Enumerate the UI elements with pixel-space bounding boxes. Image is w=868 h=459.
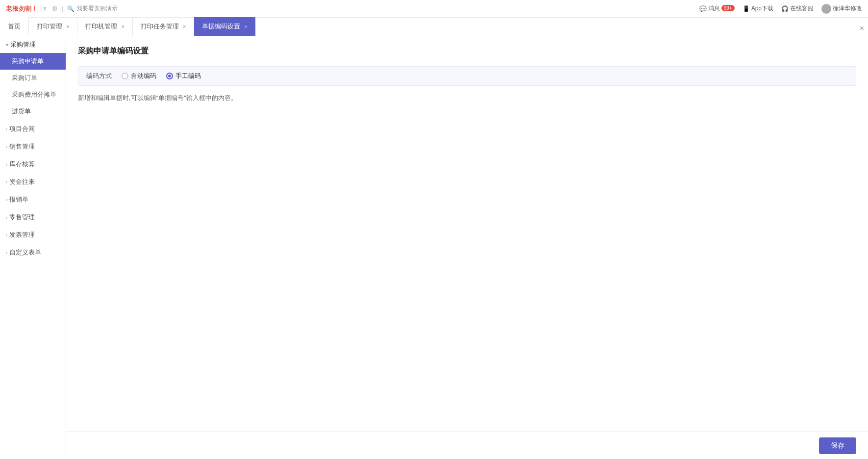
tab-print-task-mgmt[interactable]: 打印任务管理 × (133, 17, 194, 36)
manual-code-label: 手工编码 (175, 72, 201, 80)
tab-print-task-mgmt-label: 打印任务管理 (141, 22, 179, 31)
auto-code-option[interactable]: 自动编码 (122, 72, 156, 80)
sidebar-item-purchase-order-label: 采购订单 (12, 74, 37, 81)
tab-printer-mgmt[interactable]: 打印机管理 × (77, 17, 132, 36)
sidebar-group-project: › 项目合同 (0, 121, 66, 137)
tab-printer-mgmt-label: 打印机管理 (85, 22, 117, 31)
finance-collapse-icon: › (6, 179, 7, 185)
sidebar-group-invoice: › 发票管理 (0, 227, 66, 243)
tab-barcode-setting-label: 单据编码设置 (202, 22, 240, 31)
sidebar-group-reimbursement-label: 报销单 (9, 195, 28, 204)
tab-close-printer-mgmt[interactable]: × (121, 24, 124, 29)
reimbursement-collapse-icon: › (6, 197, 7, 203)
sidebar-item-purchase-request[interactable]: 采购申请单 (0, 53, 66, 70)
page-title: 采购申请单编码设置 (78, 46, 856, 56)
content-inner: 采购申请单编码设置 编码方式 自动编码 手工编码 新增和编辑单据时,可以编辑"单… (66, 36, 868, 432)
app-download-item[interactable]: 📱 App下载 (743, 4, 773, 13)
sidebar-group-retail: › 零售管理 (0, 209, 66, 226)
sidebar-item-purchase-request-label: 采购申请单 (12, 57, 44, 65)
sidebar-group-sales-header[interactable]: › 销售管理 (0, 138, 66, 155)
coding-method-label: 编码方式 (86, 72, 112, 80)
sidebar-item-purchase-receipt[interactable]: 进货单 (0, 103, 66, 120)
sidebar-group-sales-label: 销售管理 (9, 142, 35, 151)
search-icon: 🔍 (67, 5, 74, 12)
search-text: 我要看实例演示 (76, 4, 118, 13)
sidebar-group-project-label: 项目合同 (9, 125, 35, 133)
divider2: | (62, 5, 63, 12)
tab-print-mgmt-label: 打印管理 (37, 22, 62, 31)
phone-icon: 📱 (743, 5, 750, 12)
content-footer: 保存 (66, 432, 868, 459)
tab-print-mgmt[interactable]: 打印管理 × (29, 17, 77, 36)
sidebar-group-reimbursement-header[interactable]: › 报销单 (0, 191, 66, 208)
sidebar-item-purchase-order[interactable]: 采购订单 (0, 70, 66, 86)
sidebar-group-purchase: ▾ 采购管理 采购申请单 采购订单 采购费用分摊单 进货单 (0, 36, 66, 120)
message-label: 消息 (708, 4, 720, 13)
sidebar: ▾ 采购管理 采购申请单 采购订单 采购费用分摊单 进货单 › 项目合同 (0, 36, 66, 459)
sidebar-item-purchase-receipt-label: 进货单 (12, 107, 31, 115)
invoice-collapse-icon: › (6, 232, 7, 238)
tab-close-print-task-mgmt[interactable]: × (183, 24, 186, 29)
message-item[interactable]: 💬 消息 99+ (699, 4, 735, 13)
sidebar-group-sales: › 销售管理 (0, 138, 66, 155)
tab-bar: 首页 打印管理 × 打印机管理 × 打印任务管理 × 单据编码设置 × (0, 18, 868, 36)
online-service-label: 在线客服 (790, 4, 814, 13)
sidebar-group-invoice-header[interactable]: › 发票管理 (0, 227, 66, 243)
retail-collapse-icon: › (6, 215, 7, 220)
sidebar-group-finance-label: 资金往来 (9, 178, 35, 186)
tab-barcode-setting[interactable]: 单据编码设置 × (194, 17, 255, 36)
manual-code-radio[interactable] (166, 73, 173, 79)
sidebar-group-custom-form-label: 自定义表单 (9, 248, 41, 257)
sidebar-group-retail-header[interactable]: › 零售管理 (0, 209, 66, 226)
sidebar-group-finance-header[interactable]: › 资金往来 (0, 174, 66, 190)
save-button[interactable]: 保存 (819, 437, 856, 454)
manual-code-option[interactable]: 手工编码 (166, 72, 201, 80)
tab-home-label: 首页 (8, 22, 21, 31)
auto-code-radio[interactable] (122, 73, 128, 79)
sidebar-item-purchase-expense[interactable]: 采购费用分摊单 (0, 86, 66, 103)
sidebar-group-custom-form: › 自定义表单 (0, 244, 66, 261)
sidebar-group-custom-form-header[interactable]: › 自定义表单 (0, 244, 66, 261)
sidebar-item-purchase-expense-label: 采购费用分摊单 (12, 91, 56, 98)
tab-close-print-mgmt[interactable]: × (66, 24, 69, 29)
message-icon: 💬 (699, 5, 707, 12)
global-close-button[interactable]: × (860, 25, 864, 32)
purchase-collapse-icon: ▾ (6, 42, 8, 48)
sidebar-group-project-header[interactable]: › 项目合同 (0, 121, 66, 137)
project-collapse-icon: › (6, 127, 7, 132)
sidebar-group-finance: › 资金往来 (0, 174, 66, 190)
tab-close-barcode-setting[interactable]: × (244, 24, 247, 29)
hint-text: 新增和编辑单据时,可以编辑"单据编号"输入框中的内容。 (78, 94, 856, 102)
main-layout: ▾ 采购管理 采购申请单 采购订单 采购费用分摊单 进货单 › 项目合同 (0, 36, 868, 459)
app-download-label: App下载 (751, 4, 773, 13)
search-bar[interactable]: 🔍 我要看实例演示 (67, 4, 118, 13)
app-logo: 老板勿割！ (6, 4, 38, 13)
content-area: 采购申请单编码设置 编码方式 自动编码 手工编码 新增和编辑单据时,可以编辑"单… (66, 36, 868, 459)
top-bar: 老板勿割！ ▼ ⚙ | 🔍 我要看实例演示 💬 消息 99+ 📱 App下载 🎧… (0, 0, 868, 18)
inventory-collapse-icon: › (6, 162, 7, 167)
auto-code-label: 自动编码 (131, 72, 156, 80)
custom-form-collapse-icon: › (6, 250, 7, 255)
sidebar-group-purchase-label: 采购管理 (10, 40, 36, 49)
top-bar-left: 老板勿割！ ▼ ⚙ | 🔍 我要看实例演示 (6, 4, 118, 13)
tab-home[interactable]: 首页 (0, 17, 29, 36)
user-item[interactable]: 徐泽华修改 (821, 4, 862, 14)
headset-icon: 🎧 (781, 5, 789, 12)
sidebar-group-purchase-header[interactable]: ▾ 采购管理 (0, 36, 66, 53)
settings-icon[interactable]: ⚙ (52, 5, 58, 12)
user-name: 徐泽华修改 (833, 4, 862, 13)
coding-method-section: 编码方式 自动编码 手工编码 (78, 66, 856, 86)
sidebar-group-invoice-label: 发票管理 (9, 230, 35, 239)
sales-collapse-icon: › (6, 144, 7, 150)
sidebar-group-retail-label: 零售管理 (9, 213, 35, 222)
sidebar-group-inventory: › 库存核算 (0, 156, 66, 173)
divider: ▼ (42, 5, 48, 12)
sidebar-group-inventory-header[interactable]: › 库存核算 (0, 156, 66, 173)
top-bar-right: 💬 消息 99+ 📱 App下载 🎧 在线客服 徐泽华修改 (699, 4, 862, 14)
user-avatar (821, 4, 831, 14)
sidebar-group-inventory-label: 库存核算 (9, 160, 35, 169)
message-badge: 99+ (721, 5, 735, 11)
online-service-item[interactable]: 🎧 在线客服 (781, 4, 814, 13)
sidebar-group-reimbursement: › 报销单 (0, 191, 66, 208)
